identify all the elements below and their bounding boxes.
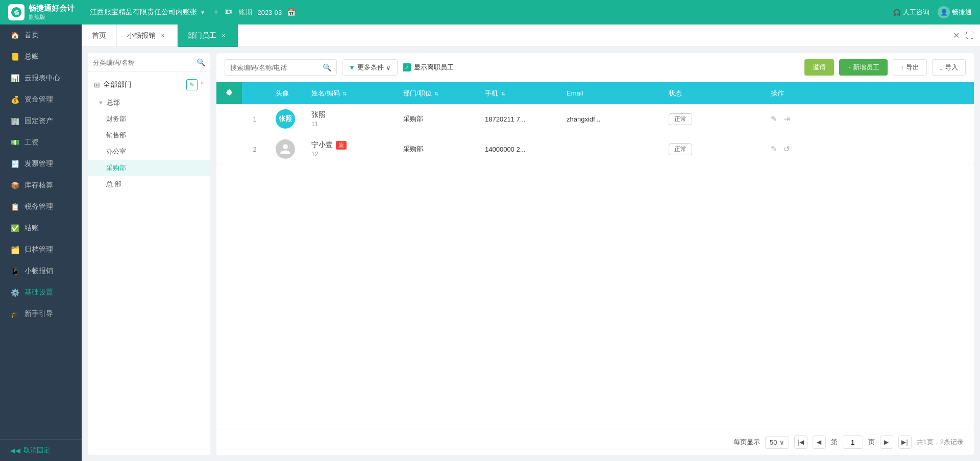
employee-search-icon[interactable]: 🔍 [323, 63, 331, 71]
per-page-value: 50 [770, 439, 777, 446]
page-prev-btn[interactable]: ◀ [813, 435, 826, 449]
show-resigned-toggle[interactable]: ✓ 显示离职员工 [403, 63, 454, 72]
add-employee-btn[interactable]: + 新增员工 [839, 59, 888, 76]
sidebar-item-tax[interactable]: 📋 税务管理 [0, 196, 82, 217]
page-first-btn[interactable]: |◀ [794, 435, 807, 449]
row1-logout-icon[interactable]: ⇥ [783, 114, 790, 124]
col-name-code[interactable]: 姓名/编码 ⇅ [303, 82, 395, 104]
invite-btn[interactable]: 邀请 [804, 59, 834, 76]
dept-all-header[interactable]: ⊞ 全部部门 ✎ « [88, 75, 210, 94]
sidebar-item-fund[interactable]: 💰 资金管理 [0, 89, 82, 110]
row2-restore-icon[interactable]: ↺ [783, 144, 790, 154]
show-resigned-checkbox[interactable]: ✓ [403, 63, 411, 71]
dept-node-bangong[interactable]: 办公室 [88, 143, 210, 160]
svg-text:畅: 畅 [14, 10, 19, 15]
dept-node-caigoubu-label: 采购部 [106, 163, 126, 173]
filter-more-btn[interactable]: ▼ 更多条件 ∨ [342, 59, 398, 76]
sidebar-item-ledger[interactable]: 📒 总账 [0, 46, 82, 67]
row2-settings [216, 134, 242, 164]
row1-status: 正常 [660, 104, 763, 134]
asset-icon: 🏢 [10, 116, 19, 126]
dept-all-label: ⊞ 全部部门 [94, 80, 132, 89]
employee-search-input[interactable] [230, 64, 323, 71]
app-edition: 旗舰版 [29, 13, 75, 21]
dept-node-zongbu2[interactable]: 总 部 [88, 176, 210, 192]
row1-dept: 采购部 [395, 104, 477, 134]
tab-dept-employee-close[interactable]: × [219, 32, 228, 40]
sidebar-item-archive[interactable]: 🗂️ 归档管理 [0, 239, 82, 260]
pin-icon: ◀◀ [10, 447, 20, 454]
row2-edit-icon[interactable]: ✎ [771, 144, 777, 154]
row2-email [558, 134, 660, 164]
cancel-pin-btn[interactable]: ◀◀ 取消固定 [0, 439, 82, 461]
per-page-dropdown-icon: ∨ [779, 439, 785, 446]
company-name[interactable]: 江西服宝精品有限责任公司内账张 ▼ + 账期 2023-03 📅 [90, 7, 296, 18]
logo-area: 畅 畅捷通好会计 旗舰版 [8, 4, 90, 21]
export-btn[interactable]: ↑ 导出 [893, 59, 927, 76]
tab-close-all-icon[interactable]: ✕ [953, 31, 960, 40]
sidebar-item-salary[interactable]: 💵 工资 [0, 132, 82, 153]
company-dropdown-icon[interactable]: ▼ [200, 10, 205, 15]
page-num-input[interactable] [843, 435, 863, 449]
col-status: 状态 [660, 82, 763, 104]
sidebar-item-invoice[interactable]: 🧾 发票管理 [0, 153, 82, 175]
checkout-icon: ✅ [10, 224, 19, 233]
sort-name-icon: ⇅ [342, 91, 347, 96]
dept-node-caiwubu[interactable]: 财务部 [88, 111, 210, 127]
add-account-btn[interactable]: + [213, 7, 219, 18]
row1-status-badge: 正常 [669, 113, 692, 125]
row1-actions: ✎ ⇥ [763, 104, 974, 134]
content-area: 首页 小畅报销 × 部门员工 × ✕ ⛶ 🔍 [82, 25, 980, 461]
page-last-btn[interactable]: ▶| [898, 435, 912, 449]
sidebar-item-expense[interactable]: 📱 小畅报销 [0, 260, 82, 282]
import-btn[interactable]: ↓ 导入 [932, 59, 966, 76]
col-settings[interactable] [216, 82, 242, 104]
per-page-select[interactable]: 50 ∨ [765, 436, 789, 449]
tab-expense-close[interactable]: × [159, 32, 167, 40]
dept-search-input[interactable] [93, 59, 193, 66]
filter-btn-label: 更多条件 [357, 63, 384, 72]
main-layout: 🏠 首页 📒 总账 📊 云报表中心 💰 资金管理 🏢 固定资产 💵 工资 🧾 发… [0, 25, 980, 461]
sort-dept-icon: ⇅ [434, 91, 438, 96]
sidebar-label-salary: 工资 [24, 138, 39, 147]
user-profile-btn[interactable]: 👤 畅捷通 [938, 6, 972, 18]
calendar-icon[interactable]: 📅 [287, 8, 296, 16]
dept-all-text: 全部部门 [103, 80, 132, 89]
sidebar-label-home: 首页 [24, 31, 39, 40]
sidebar-item-asset[interactable]: 🏢 固定资产 [0, 110, 82, 132]
page-next-btn[interactable]: ▶ [880, 435, 893, 449]
row2-code: 12 [311, 151, 387, 158]
dept-edit-btn[interactable]: ✎ [186, 79, 198, 90]
sidebar-item-inventory[interactable]: 📦 库存核算 [0, 175, 82, 196]
sidebar-item-settings[interactable]: ⚙️ 基础设置 [0, 282, 82, 303]
ai-consult-btn[interactable]: 🎧 人工咨询 [893, 8, 929, 17]
row1-edit-icon[interactable]: ✎ [771, 114, 777, 124]
col-dept-position[interactable]: 部门/职位 ⇅ [395, 82, 477, 104]
dept-node-xiaobu[interactable]: 销售部 [88, 127, 210, 143]
dept-collapse-icon[interactable]: « [201, 79, 204, 90]
filter-icon: ▼ [349, 64, 355, 71]
dept-node-caiwubu-label: 财务部 [106, 114, 126, 124]
col-phone[interactable]: 手机 ⇅ [477, 82, 558, 104]
settings-icon[interactable] [225, 8, 233, 17]
dept-node-zongbu[interactable]: ▼ 总部 [88, 94, 210, 111]
sidebar-item-guide[interactable]: 🎓 新手引导 [0, 303, 82, 325]
dept-node-bangong-label: 办公室 [106, 147, 126, 156]
sidebar-item-home[interactable]: 🏠 首页 [0, 25, 82, 46]
account-period-label: 账期 [239, 8, 252, 17]
tab-expand-icon[interactable]: ⛶ [966, 31, 974, 40]
row2-avatar [267, 134, 303, 164]
tab-dept-employee[interactable]: 部门员工 × [178, 25, 238, 47]
dept-search-icon[interactable]: 🔍 [197, 58, 205, 66]
sidebar-label-guide: 新手引导 [24, 309, 53, 319]
tab-expense[interactable]: 小畅报销 × [117, 25, 178, 47]
toolbar-right: 邀请 + 新增员工 ↑ 导出 ↓ 导入 [804, 59, 966, 76]
sidebar-item-report[interactable]: 📊 云报表中心 [0, 67, 82, 89]
dept-node-zongbu2-label: 总 部 [106, 180, 121, 189]
dept-node-caigoubu[interactable]: 采购部 [88, 160, 210, 176]
sidebar-item-checkout[interactable]: ✅ 结账 [0, 217, 82, 239]
table-row: 1 张照 张照 11 [216, 104, 974, 134]
tab-home[interactable]: 首页 [82, 25, 117, 47]
expense-icon: 📱 [10, 266, 19, 276]
row1-phone: 18720211 7... [477, 104, 558, 134]
